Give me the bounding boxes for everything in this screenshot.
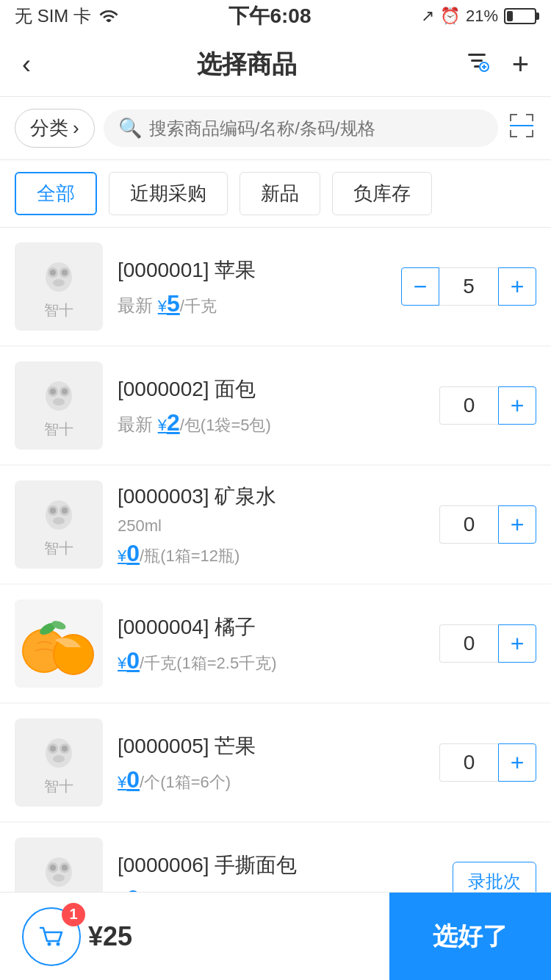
tab-all[interactable]: 全部 <box>15 172 97 215</box>
quantity-input[interactable] <box>439 386 498 425</box>
list-item: [0000004] 橘子 ¥0/千克(1箱=2.5千克) + <box>0 585 551 702</box>
product-image: 智十 <box>15 242 103 331</box>
quantity-input[interactable] <box>439 624 498 663</box>
svg-point-49 <box>50 865 56 871</box>
quantity-plus-button[interactable]: + <box>498 624 536 663</box>
product-name: [0000006] 手撕面包 <box>118 851 438 879</box>
quantity-plus-button[interactable]: + <box>498 505 536 544</box>
svg-point-40 <box>46 738 72 768</box>
cart-total: ¥25 <box>88 921 132 952</box>
svg-rect-0 <box>468 54 486 56</box>
product-price: ¥0/个(1箱=6个) <box>118 766 425 793</box>
svg-point-18 <box>50 270 56 275</box>
quantity-plus-button[interactable]: + <box>498 743 536 782</box>
bottom-bar: 1 ¥25 选好了 <box>0 892 551 980</box>
quantity-input[interactable] <box>439 505 498 544</box>
list-item: 智十 [0000005] 芒果 ¥0/个(1箱=6个) + <box>0 704 551 821</box>
quantity-control: + <box>439 505 536 544</box>
alarm-icon: ⏰ <box>440 7 460 26</box>
search-input-wrap: 🔍 <box>104 109 498 147</box>
quantity-plus-button[interactable]: + <box>498 267 536 306</box>
location-icon: ↗ <box>421 7 434 26</box>
product-price: 最新 ¥5/千克 <box>118 290 386 317</box>
product-name: [0000002] 面包 <box>118 375 425 403</box>
nav-bar: ‹ 选择商品 + <box>0 32 551 97</box>
svg-point-25 <box>62 389 68 394</box>
svg-rect-1 <box>471 60 483 62</box>
tab-new[interactable]: 新品 <box>240 172 320 215</box>
category-button[interactable]: 分类 › <box>15 109 95 148</box>
cart-icon[interactable]: 1 <box>22 907 81 966</box>
product-info: [0000003] 矿泉水 250ml ¥0/瓶(1箱=12瓶) <box>118 483 425 567</box>
quantity-control: + <box>439 624 536 663</box>
search-input[interactable] <box>149 118 483 139</box>
svg-point-58 <box>48 942 51 945</box>
quantity-input[interactable] <box>439 743 498 782</box>
nav-actions: + <box>464 48 529 81</box>
svg-point-50 <box>62 865 68 871</box>
svg-point-46 <box>46 857 72 887</box>
svg-point-45 <box>53 755 65 763</box>
quantity-minus-button[interactable]: − <box>401 267 439 306</box>
status-time: 下午6:08 <box>228 2 311 30</box>
svg-point-59 <box>57 942 60 945</box>
add-icon[interactable]: + <box>512 48 529 81</box>
tab-negative[interactable]: 负库存 <box>332 172 432 215</box>
product-price: 最新 ¥2/包(1袋=5包) <box>118 409 425 436</box>
svg-point-19 <box>62 270 68 275</box>
svg-point-24 <box>50 389 56 394</box>
product-name: [0000004] 橘子 <box>118 613 425 641</box>
product-name: [0000003] 矿泉水 <box>118 483 425 511</box>
quantity-control: + <box>439 386 536 425</box>
svg-rect-9 <box>532 114 533 121</box>
svg-point-15 <box>46 262 72 292</box>
page-title: 选择商品 <box>197 48 297 82</box>
scan-icon[interactable] <box>507 111 536 146</box>
quantity-plus-button[interactable]: + <box>498 386 536 425</box>
svg-rect-2 <box>474 65 480 68</box>
tab-recent[interactable]: 近期采购 <box>109 172 228 215</box>
product-image <box>15 599 103 688</box>
category-chevron: › <box>73 117 79 140</box>
svg-point-30 <box>50 508 56 514</box>
svg-point-32 <box>53 517 65 525</box>
product-price: ¥0/千克(1箱=2.5千克) <box>118 647 425 674</box>
quantity-control: + <box>439 743 536 782</box>
quantity-control: − + <box>401 267 536 306</box>
status-left: 无 SIM 卡 <box>15 4 119 28</box>
battery-percent: 21% <box>466 7 498 26</box>
cart-badge: 1 <box>62 903 85 926</box>
list-item: 智十 [0000002] 面包 最新 ¥2/包(1袋=5包) + <box>0 347 551 464</box>
status-bar: 无 SIM 卡 下午6:08 ↗ ⏰ 21% <box>0 0 551 32</box>
wifi-icon <box>98 6 119 26</box>
list-item: 智十 [0000001] 苹果 最新 ¥5/千克 − + <box>0 228 551 345</box>
product-info: [0000002] 面包 最新 ¥2/包(1袋=5包) <box>118 375 425 436</box>
confirm-button[interactable]: 选好了 <box>389 893 551 981</box>
filter-icon[interactable] <box>464 48 490 81</box>
back-button[interactable]: ‹ <box>22 49 31 80</box>
category-label: 分类 <box>30 115 68 141</box>
svg-rect-14 <box>510 125 533 126</box>
list-item: 智十 [0000003] 矿泉水 250ml ¥0/瓶(1箱=12瓶) + <box>0 466 551 583</box>
svg-point-27 <box>46 500 72 530</box>
status-right: ↗ ⏰ 21% <box>421 7 536 26</box>
quantity-input[interactable] <box>439 267 498 306</box>
cart-area: 1 ¥25 <box>0 907 389 966</box>
svg-point-51 <box>53 874 65 882</box>
battery-icon <box>504 8 536 24</box>
product-info: [0000004] 橘子 ¥0/千克(1箱=2.5千克) <box>118 613 425 674</box>
svg-point-44 <box>62 746 68 752</box>
product-info: [0000005] 芒果 ¥0/个(1箱=6个) <box>118 732 425 793</box>
carrier-label: 无 SIM 卡 <box>15 4 91 28</box>
search-magnify-icon: 🔍 <box>118 117 142 140</box>
svg-rect-11 <box>510 130 511 137</box>
svg-point-43 <box>50 746 56 752</box>
svg-point-31 <box>62 508 68 514</box>
svg-point-21 <box>46 381 72 411</box>
product-spec: 250ml <box>118 516 425 536</box>
product-image: 智十 <box>15 718 103 807</box>
product-name: [0000001] 苹果 <box>118 256 386 284</box>
svg-rect-7 <box>510 114 511 121</box>
product-name: [0000005] 芒果 <box>118 732 425 760</box>
svg-point-20 <box>53 279 65 287</box>
